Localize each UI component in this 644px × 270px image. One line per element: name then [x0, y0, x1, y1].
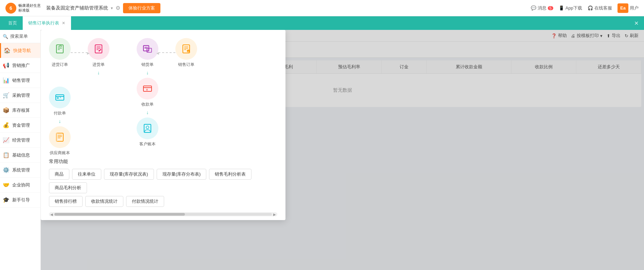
modal-scrollbar[interactable]: ◀ ▶: [49, 212, 277, 216]
svg-rect-13: [95, 45, 102, 53]
logo-text: 畅康通好生意 标准版: [18, 3, 41, 12]
receipt-icon: ¥: [137, 78, 158, 100]
flow-item-purchase[interactable]: 进货单: [88, 38, 109, 68]
top-bar: 6 畅康通好生意 标准版 装备及固定资产辅助管理系统 ▾ ⚙ 体验行业方案 💬 …: [0, 0, 644, 16]
chart-icon: 📈: [3, 137, 10, 143]
purchase-icon: [88, 38, 109, 60]
function-buttons-row2: 销售排行榜 收款情况统计 付款情况统计: [49, 196, 277, 207]
content-area: ❓ 帮助 🖨 按模板打印 ▾ ⬆ 导出 ↻ 刷新: [41, 30, 644, 270]
common-title: 常用功能: [49, 159, 277, 165]
tab-sales-order[interactable]: 销售订单执行表 ✕: [23, 16, 71, 30]
cart-icon: 🛒: [3, 92, 10, 98]
func-btn-sales-profit[interactable]: 销售毛利分析表: [209, 169, 251, 180]
trial-button[interactable]: 体验行业方案: [123, 3, 160, 13]
func-btn-stock-status[interactable]: 现存量(库存状况表): [104, 169, 154, 180]
svg-rect-25: [144, 124, 151, 132]
settings-icon: ⚙️: [3, 167, 10, 173]
search-icon: 🔍: [3, 34, 8, 39]
sidebar-item-basic-info[interactable]: 📋 基础信息: [0, 148, 40, 163]
down-arrow-1: ↓: [59, 119, 61, 124]
gear-icon[interactable]: ⚙: [116, 5, 120, 11]
logo-area: 6 畅康通好生意 标准版: [5, 3, 46, 14]
close-all-tabs[interactable]: ✕: [631, 20, 641, 26]
supplier-ledger-label: 供应商账本: [50, 150, 70, 156]
sidebar-item-guide[interactable]: 🎓 新手引导: [0, 193, 40, 208]
tab-home[interactable]: 首页: [3, 16, 23, 30]
sales-shipment-icon: [137, 38, 158, 60]
svg-rect-0: [56, 45, 63, 53]
list-icon: 📋: [3, 152, 10, 158]
func-btn-product[interactable]: 商品: [49, 169, 69, 180]
customer-ledger-label: 客户账本: [139, 141, 156, 147]
func-btn-receipt-stats[interactable]: 收款情况统计: [85, 196, 123, 207]
sidebar-item-system[interactable]: ⚙️ 系统管理: [0, 163, 40, 178]
headset-icon: 🎧: [588, 5, 593, 11]
handshake-icon: 🤝: [3, 182, 10, 188]
scroll-left-icon[interactable]: ◀: [49, 213, 54, 216]
app-download-item[interactable]: 📱 App下载: [559, 5, 582, 11]
flow-item-customer-ledger[interactable]: 客户账本: [137, 118, 158, 147]
customer-ledger-icon: [137, 118, 158, 139]
scroll-thumb[interactable]: [54, 213, 185, 216]
sidebar-item-purchase[interactable]: 🛒 采购管理: [0, 88, 40, 103]
common-functions: 常用功能 商品 往来单位 现存量(库存状况表) 现存量(库存分布表) 销售毛利分…: [49, 159, 277, 207]
sidebar-item-operations[interactable]: 📈 经营管理: [0, 133, 40, 148]
svg-point-26: [146, 126, 149, 129]
func-btn-product-profit[interactable]: 商品毛利分析: [49, 182, 87, 193]
sales-shipment-label: 销货单: [141, 62, 154, 68]
sidebar-item-marketing[interactable]: 📢 营销推广: [0, 58, 40, 73]
message-icon: 💬: [531, 5, 536, 11]
func-btn-partner[interactable]: 往来单位: [72, 169, 101, 180]
scroll-right-icon[interactable]: ▶: [272, 213, 277, 216]
sales-order-icon: $: [175, 38, 197, 60]
down-arrow-2: ↓: [98, 70, 100, 75]
megaphone-icon: 📢: [3, 62, 10, 69]
modal-overlay: 进货订单 ¥ 付款单 ↓: [41, 30, 644, 270]
down-arrow-3: ↓: [146, 70, 149, 75]
sidebar-item-enterprise[interactable]: 🤝 企业协同: [0, 178, 40, 193]
user-avatar: Ea: [617, 3, 628, 13]
sales-icon: 📊: [3, 77, 10, 84]
sidebar-item-quick-nav[interactable]: 🏠 快捷导航: [0, 43, 40, 58]
svg-text:¥: ¥: [146, 88, 148, 91]
arrow-sales-order-to-shipment: [158, 52, 175, 53]
payment-icon: ¥: [49, 87, 71, 108]
sidebar-search[interactable]: 🔍 搜索菜单: [0, 30, 40, 43]
modal-box: 进货订单 ¥ 付款单 ↓: [41, 30, 285, 220]
download-icon: 📱: [559, 5, 564, 11]
flow-item-purchase-order[interactable]: 进货订单: [49, 38, 71, 68]
flow-item-sales-shipment[interactable]: 销货单: [137, 38, 158, 68]
sidebar-item-inventory[interactable]: 📦 库存核算: [0, 103, 40, 118]
flow-item-payment[interactable]: ¥ 付款单: [49, 87, 71, 116]
message-badge: 5: [548, 6, 553, 10]
home-icon: 🏠: [4, 47, 11, 54]
tab-close-icon[interactable]: ✕: [62, 21, 65, 25]
purchase-order-label: 进货订单: [52, 62, 68, 68]
svg-rect-6: [57, 97, 59, 98]
nav-tabs: 首页 销售订单执行表 ✕ ✕: [0, 16, 644, 30]
flow-item-receipt[interactable]: ¥ 收款单: [137, 78, 158, 107]
box-icon: 📦: [3, 107, 10, 113]
top-right: 💬 消息 5 📱 App下载 🎧 在线客服 Ea 用户: [531, 3, 639, 13]
sidebar: 🔍 搜索菜单 🏠 快捷导航 📢 营销推广 📊 销售管理 🛒 采购管理 📦 库存核…: [0, 30, 41, 270]
guide-icon: 🎓: [3, 197, 10, 203]
supplier-ledger-icon: [49, 126, 71, 148]
purchase-label: 进货单: [92, 62, 105, 68]
user-item[interactable]: Ea 用户: [617, 3, 639, 13]
func-btn-payment-stats[interactable]: 付款情况统计: [126, 196, 164, 207]
receipt-label: 收款单: [141, 102, 154, 107]
purchase-order-icon: [49, 38, 71, 60]
dropdown-arrow-icon[interactable]: ▾: [111, 6, 113, 11]
func-btn-stock-dist[interactable]: 现存量(库存分布表): [157, 169, 207, 180]
online-service-item[interactable]: 🎧 在线客服: [588, 5, 612, 11]
sales-order-label: 销售订单: [178, 62, 194, 68]
flow-item-sales-order[interactable]: $ 销售订单: [175, 38, 197, 68]
sidebar-item-finance[interactable]: 💰 资金管理: [0, 118, 40, 133]
payment-label: 付款单: [54, 110, 66, 116]
system-title: 装备及固定资产辅助管理系统 ▾ ⚙ 体验行业方案: [46, 3, 531, 13]
svg-rect-12: [56, 133, 57, 141]
sidebar-item-sales[interactable]: 📊 销售管理: [0, 73, 40, 88]
flow-item-supplier-ledger[interactable]: 供应商账本: [49, 126, 71, 156]
func-btn-sales-rank[interactable]: 销售排行榜: [49, 196, 83, 207]
message-item[interactable]: 💬 消息 5: [531, 5, 553, 11]
